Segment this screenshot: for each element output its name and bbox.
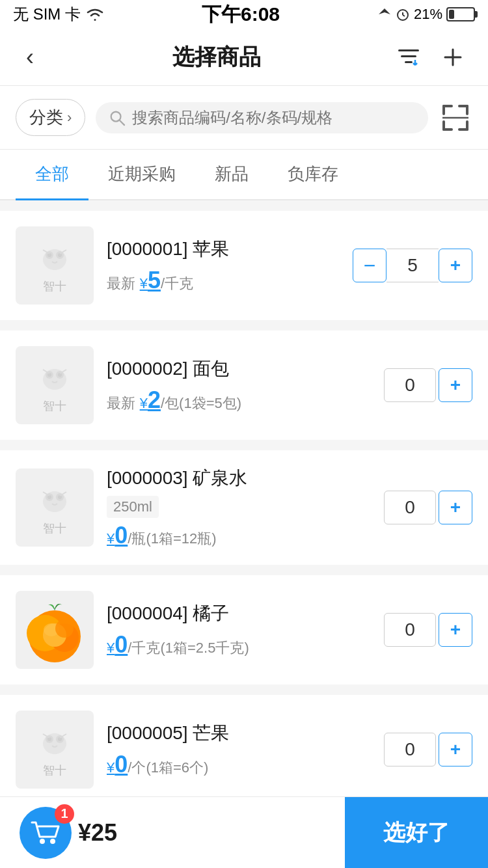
product-name: [0000001] 苹果 bbox=[107, 237, 340, 262]
quantity-control: + bbox=[384, 368, 472, 402]
product-thumbnail bbox=[16, 591, 94, 669]
sim-label: 无 SIM 卡 bbox=[13, 4, 81, 25]
svg-rect-4 bbox=[401, 55, 416, 57]
quantity-control: − + bbox=[353, 249, 472, 282]
product-item: [0000004] 橘子 ¥0/千克(1箱=2.5千克) + bbox=[0, 575, 488, 685]
svg-line-12 bbox=[120, 120, 124, 124]
product-price: ¥0/个(1箱=6个) bbox=[107, 751, 371, 778]
wifi-icon bbox=[86, 7, 104, 21]
cart-button[interactable]: 1 bbox=[20, 807, 72, 859]
tab-bar: 全部 近期采购 新品 负库存 bbox=[0, 150, 488, 200]
quantity-input[interactable] bbox=[384, 491, 436, 524]
product-name: [0000002] 面包 bbox=[107, 357, 371, 381]
category-button[interactable]: 分类 › bbox=[16, 99, 85, 136]
status-bar: 无 SIM 卡 下午6:08 21% bbox=[0, 0, 488, 29]
status-time: 下午6:08 bbox=[202, 1, 280, 28]
product-name: [0000003] 矿泉水 bbox=[107, 466, 371, 491]
location-icon bbox=[377, 7, 392, 21]
product-price: ¥0/瓶(1箱=12瓶) bbox=[107, 522, 371, 549]
cart-icon bbox=[31, 820, 61, 846]
battery-percent: 21% bbox=[414, 6, 442, 23]
quantity-increase-button[interactable]: + bbox=[439, 733, 472, 766]
scan-button[interactable] bbox=[439, 101, 472, 135]
product-price: ¥0/千克(1箱=2.5千克) bbox=[107, 631, 371, 658]
quantity-input[interactable] bbox=[384, 368, 436, 402]
product-thumbnail: 智十 bbox=[16, 346, 94, 424]
tab-negative-stock[interactable]: 负库存 bbox=[268, 150, 358, 200]
nav-bar: ‹ 选择商品 bbox=[0, 29, 488, 86]
svg-point-56 bbox=[40, 839, 45, 844]
svg-rect-14 bbox=[442, 105, 445, 115]
quantity-increase-button[interactable]: + bbox=[439, 249, 472, 282]
tab-all[interactable]: 全部 bbox=[16, 150, 88, 200]
quantity-decrease-button[interactable]: − bbox=[353, 249, 386, 282]
product-item: 智十 [0000003] 矿泉水 250ml ¥0/瓶(1箱=12瓶) + bbox=[0, 450, 488, 565]
product-spec: 250ml bbox=[107, 496, 159, 518]
bottom-bar: 1 ¥25 选好了 bbox=[0, 796, 488, 868]
quantity-increase-button[interactable]: + bbox=[439, 368, 472, 402]
product-thumbnail: 智十 bbox=[16, 711, 94, 789]
cart-badge: 1 bbox=[55, 804, 74, 824]
alarm-icon bbox=[396, 7, 410, 21]
category-label: 分类 bbox=[29, 106, 63, 129]
search-input[interactable] bbox=[132, 109, 415, 127]
status-left: 无 SIM 卡 bbox=[13, 4, 104, 25]
product-info: [0000003] 矿泉水 250ml ¥0/瓶(1箱=12瓶) bbox=[107, 466, 371, 549]
product-price: 最新 ¥5/千克 bbox=[107, 267, 340, 294]
svg-rect-5 bbox=[405, 61, 413, 63]
search-bar: 分类 › bbox=[0, 86, 488, 150]
quantity-input[interactable] bbox=[384, 613, 436, 647]
status-right: 21% bbox=[377, 6, 475, 23]
product-item: 智十 [0000002] 面包 最新 ¥2/包(1袋=5包) + bbox=[0, 331, 488, 440]
owl-placeholder-icon bbox=[35, 357, 74, 396]
filter-icon-button[interactable] bbox=[393, 42, 424, 73]
page-title: 选择商品 bbox=[172, 42, 261, 72]
product-info: [0000004] 橘子 ¥0/千克(1箱=2.5千克) bbox=[107, 601, 371, 658]
quantity-input[interactable] bbox=[384, 733, 436, 766]
quantity-input[interactable] bbox=[386, 249, 439, 282]
svg-rect-16 bbox=[466, 105, 468, 115]
owl-placeholder-icon bbox=[35, 721, 74, 760]
confirm-button[interactable]: 选好了 bbox=[345, 797, 488, 869]
cart-area: 1 ¥25 bbox=[0, 807, 345, 859]
tab-recent[interactable]: 近期采购 bbox=[88, 150, 195, 200]
quantity-control: + bbox=[384, 613, 472, 647]
tab-new[interactable]: 新品 bbox=[195, 150, 268, 200]
back-button[interactable]: ‹ bbox=[20, 37, 40, 77]
svg-rect-3 bbox=[398, 49, 419, 51]
product-thumbnail: 智十 bbox=[16, 226, 94, 305]
product-item: 智十 [0000001] 苹果 最新 ¥5/千克 − + bbox=[0, 211, 488, 320]
product-info: [0000005] 芒果 ¥0/个(1箱=6个) bbox=[107, 721, 371, 778]
nav-icons bbox=[393, 42, 468, 73]
owl-placeholder-icon bbox=[35, 237, 74, 276]
chevron-right-icon: › bbox=[67, 109, 72, 126]
scan-icon bbox=[441, 103, 470, 133]
quantity-control: + bbox=[384, 491, 472, 524]
add-button[interactable] bbox=[437, 42, 468, 73]
filter-icon bbox=[396, 46, 422, 69]
product-name: [0000004] 橘子 bbox=[107, 601, 371, 626]
product-thumbnail: 智十 bbox=[16, 468, 94, 547]
svg-rect-20 bbox=[466, 120, 468, 131]
svg-point-57 bbox=[50, 839, 55, 844]
svg-line-2 bbox=[403, 15, 405, 16]
add-icon bbox=[441, 46, 465, 69]
product-name: [0000005] 芒果 bbox=[107, 721, 371, 746]
product-info: [0000001] 苹果 最新 ¥5/千克 bbox=[107, 237, 340, 294]
cart-total: ¥25 bbox=[78, 819, 117, 847]
product-item: 智十 [0000005] 芒果 ¥0/个(1箱=6个) + bbox=[0, 695, 488, 804]
svg-rect-18 bbox=[442, 120, 445, 131]
product-info: [0000002] 面包 最新 ¥2/包(1袋=5包) bbox=[107, 357, 371, 414]
search-icon bbox=[109, 109, 126, 127]
quantity-control: + bbox=[384, 733, 472, 766]
orange-image bbox=[16, 591, 94, 669]
battery-icon bbox=[446, 7, 475, 21]
owl-placeholder-icon bbox=[35, 479, 74, 518]
product-price: 最新 ¥2/包(1袋=5包) bbox=[107, 387, 371, 414]
quantity-increase-button[interactable]: + bbox=[439, 491, 472, 524]
quantity-increase-button[interactable]: + bbox=[439, 613, 472, 647]
product-list: 智十 [0000001] 苹果 最新 ¥5/千克 − + bbox=[0, 211, 488, 868]
svg-point-42 bbox=[55, 619, 74, 638]
search-input-wrap bbox=[96, 102, 428, 133]
